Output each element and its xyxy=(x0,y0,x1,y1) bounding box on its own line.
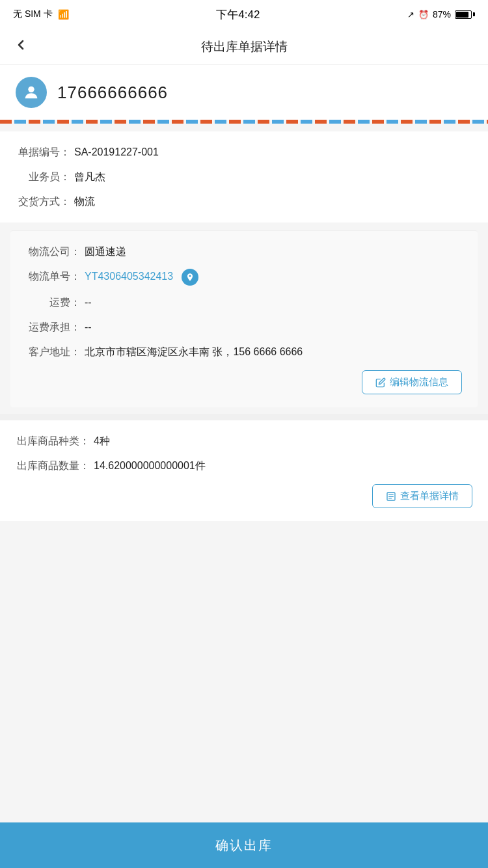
nav-bar: 待出库单据详情 xyxy=(0,29,488,65)
edit-icon xyxy=(375,377,386,388)
bottom-spacer xyxy=(0,521,488,651)
location-pin-icon[interactable] xyxy=(182,269,198,286)
svg-point-0 xyxy=(28,87,34,92)
customer-header: 17666666666 xyxy=(0,65,488,120)
outbound-quantity-row: 出库商品数量： 14.620000000000001件 xyxy=(16,458,472,474)
delivery-method-row: 交货方式： 物流 xyxy=(16,194,472,210)
customer-address-label: 客户地址： xyxy=(26,344,85,360)
document-icon xyxy=(386,491,396,502)
sales-rep-value: 曾凡杰 xyxy=(74,169,472,185)
page-title: 待出库单据详情 xyxy=(201,38,288,55)
section-divider xyxy=(0,414,488,420)
freight-row: 运费： -- xyxy=(26,295,462,310)
freight-bearer-label: 运费承担： xyxy=(26,319,85,335)
outbound-type-row: 出库商品种类： 4种 xyxy=(16,433,472,449)
document-number-row: 单据编号： SA-20191227-001 xyxy=(16,144,472,160)
dashed-divider xyxy=(0,120,488,124)
tracking-number-value: YT4306405342413 xyxy=(85,269,462,286)
view-document-detail-button[interactable]: 查看单据详情 xyxy=(372,484,472,508)
edit-logistics-button[interactable]: 编辑物流信息 xyxy=(362,370,462,394)
logistics-company-value: 圆通速递 xyxy=(85,244,462,260)
back-button[interactable] xyxy=(13,37,39,57)
status-right: ↗ ⏰ 87% xyxy=(407,9,475,20)
outbound-info-section: 出库商品种类： 4种 出库商品数量： 14.620000000000001件 查… xyxy=(0,420,488,521)
logistics-company-label: 物流公司： xyxy=(26,244,85,260)
document-number-label: 单据编号： xyxy=(16,144,74,160)
document-info-section: 单据编号： SA-20191227-001 业务员： 曾凡杰 交货方式： 物流 xyxy=(0,131,488,223)
freight-bearer-value: -- xyxy=(85,319,462,335)
avatar xyxy=(16,77,47,108)
tracking-number-label: 物流单号： xyxy=(26,269,85,284)
logistics-info-section: 物流公司： 圆通速递 物流单号： YT4306405342413 运费： -- … xyxy=(10,230,478,407)
sales-rep-row: 业务员： 曾凡杰 xyxy=(16,169,472,185)
status-carrier: 无 SIM 卡 📶 xyxy=(13,8,69,20)
view-detail-container: 查看单据详情 xyxy=(16,484,472,508)
customer-address-row: 客户地址： 北京市市辖区海淀区永丰南 张，156 6666 6666 xyxy=(26,344,462,360)
document-number-value: SA-20191227-001 xyxy=(74,144,472,160)
location-icon: ↗ xyxy=(407,10,414,20)
wifi-icon: 📶 xyxy=(58,9,69,20)
confirm-button-label: 确认出库 xyxy=(215,837,273,854)
battery-icon xyxy=(455,10,475,19)
freight-label: 运费： xyxy=(26,295,85,310)
sales-rep-label: 业务员： xyxy=(16,169,74,185)
delivery-method-label: 交货方式： xyxy=(16,194,74,210)
freight-bearer-row: 运费承担： -- xyxy=(26,319,462,335)
delivery-method-value: 物流 xyxy=(74,194,472,210)
outbound-type-label: 出库商品种类： xyxy=(16,433,94,449)
outbound-quantity-value: 14.620000000000001件 xyxy=(94,458,472,474)
alarm-icon: ⏰ xyxy=(418,10,429,20)
battery-percent: 87% xyxy=(433,9,451,20)
outbound-quantity-label: 出库商品数量： xyxy=(16,458,94,474)
edit-logistics-container: 编辑物流信息 xyxy=(26,370,462,394)
status-bar: 无 SIM 卡 📶 下午4:42 ↗ ⏰ 87% xyxy=(0,0,488,29)
confirm-button-bar[interactable]: 确认出库 xyxy=(0,822,488,868)
outbound-type-value: 4种 xyxy=(94,433,472,449)
status-time: 下午4:42 xyxy=(216,7,260,22)
customer-address-value: 北京市市辖区海淀区永丰南 张，156 6666 6666 xyxy=(85,344,462,360)
customer-phone: 17666666666 xyxy=(57,83,168,103)
logistics-company-row: 物流公司： 圆通速递 xyxy=(26,244,462,260)
freight-value: -- xyxy=(85,295,462,310)
tracking-number-row: 物流单号： YT4306405342413 xyxy=(26,269,462,286)
